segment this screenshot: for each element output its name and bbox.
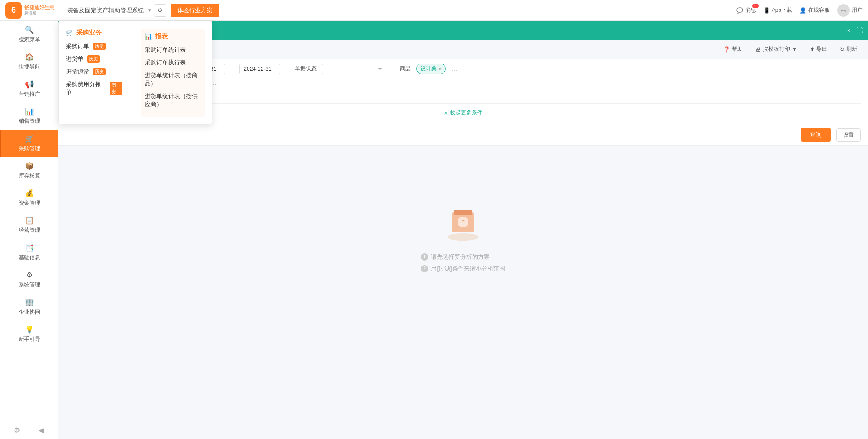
menu-item-purchase-order[interactable]: 采购订单 历史	[66, 42, 122, 50]
sidebar-item-sales[interactable]: 📊 销售管理	[0, 103, 58, 130]
logo-text: 畅捷通好生意	[24, 4, 54, 10]
refresh-icon: ↻	[840, 46, 844, 53]
export-button[interactable]: ⬆ 导出	[806, 44, 831, 55]
date-to-input[interactable]	[239, 64, 280, 74]
tab-right-buttons: × ⛶	[845, 25, 868, 36]
tip-text-1: 请先选择要分析的方案	[431, 251, 490, 263]
app-label: App下载	[772, 6, 792, 14]
sidebar-settings-button[interactable]: ⚙	[14, 426, 20, 434]
basic-info-icon: 📑	[25, 243, 34, 252]
sidebar-label-inventory: 库存核算	[19, 172, 40, 180]
sidebar-item-quick-nav[interactable]: 🏠 快捷导航	[0, 48, 58, 75]
sidebar-item-basic-info[interactable]: 📑 基础信息	[0, 239, 58, 266]
system-icon: ⚙	[26, 271, 33, 279]
sidebar-label-enterprise: 企业协同	[19, 308, 40, 316]
report-section-title: 📊 报表	[145, 32, 201, 40]
empty-state: ? 1 请先选择要分析的方案 2 用[过滤]条件来缩小分析范围	[58, 146, 868, 327]
goods-return-label: 进货退货	[66, 68, 89, 76]
search-icon: 🔍	[25, 25, 34, 34]
settings-button[interactable]: 设置	[836, 128, 861, 142]
finance-icon: 💰	[25, 189, 34, 197]
report-section: 📊 报表 采购订单统计表 采购订单执行表 进货单统计表（按商品） 进货单统计表（…	[141, 29, 205, 117]
goods-receipt-history[interactable]: 历史	[87, 55, 100, 63]
refresh-button[interactable]: ↻ 刷新	[836, 44, 861, 55]
sidebar-label-system: 系统管理	[19, 281, 40, 289]
industry-button[interactable]: 体验行业方案	[171, 4, 219, 17]
sidebar-item-purchase[interactable]: 🛒 采购管理	[0, 130, 58, 157]
product-tag-close[interactable]: ×	[439, 66, 442, 72]
sidebar-label-marketing: 营销推广	[19, 90, 40, 98]
message-icon: 💬	[736, 7, 743, 14]
goods-stats-product-label: 进货单统计表（按商品）	[145, 71, 201, 88]
tip-num-1: 1	[421, 253, 428, 261]
goods-stats-supplier-label: 进货单统计表（按供应商）	[145, 92, 201, 109]
menu-item-goods-stats-by-supplier[interactable]: 进货单统计表（按供应商）	[145, 92, 201, 109]
logo-sub: 标准版	[24, 10, 54, 16]
sidebar-collapse-button[interactable]: ◀	[39, 426, 44, 434]
sidebar-label-sales: 销售管理	[19, 118, 40, 125]
menu-item-purchase-order-stats[interactable]: 采购订单统计表	[145, 46, 201, 54]
enterprise-icon: 🏢	[25, 298, 34, 306]
purchase-order-exec-label: 采购订单执行表	[145, 59, 186, 67]
product-tag[interactable]: 设计桑 ×	[416, 64, 446, 74]
purchase-section: 🛒 采购业务 采购订单 历史 进货单 历史 进货退货 历史 采购费用分摊单 历史	[66, 29, 122, 117]
user-label: 用户	[852, 6, 863, 14]
app-download-button[interactable]: 📱 App下载	[763, 6, 792, 14]
sales-icon: 📊	[25, 107, 34, 116]
sidebar-label-search: 搜索菜单	[19, 36, 40, 44]
purchase-expense-history[interactable]: 历史	[110, 82, 122, 95]
date-separator: ~	[231, 65, 234, 72]
sidebar-item-search[interactable]: 🔍 搜索菜单	[0, 21, 58, 48]
message-button[interactable]: 💬 消息 9	[736, 6, 756, 14]
sidebar-item-enterprise[interactable]: 🏢 企业协同	[0, 293, 58, 321]
goods-receipt-label: 进货单	[66, 55, 83, 63]
purchase-section-title: 🛒 采购业务	[66, 29, 122, 37]
menu-item-purchase-order-exec[interactable]: 采购订单执行表	[145, 59, 201, 67]
collapse-filter-button[interactable]: ∧ 收起更多条件	[444, 106, 483, 119]
print-icon: 🖨	[756, 46, 761, 53]
sidebar-label-quick-nav: 快捷导航	[19, 63, 40, 71]
service-label: 在线客服	[808, 6, 830, 14]
sidebar-label-operations: 经营管理	[19, 227, 40, 234]
print-button[interactable]: 🖨 按模板打印 ▼	[752, 44, 801, 55]
system-dropdown-icon[interactable]: ▼	[147, 8, 152, 13]
menu-item-goods-stats-by-product[interactable]: 进货单统计表（按商品）	[145, 71, 201, 88]
empty-tip-2: 2 用[过滤]条件来缩小分析范围	[421, 263, 505, 275]
fullscreen-button[interactable]: ⛶	[854, 25, 864, 36]
purchase-order-history[interactable]: 历史	[93, 43, 106, 50]
query-button[interactable]: 查询	[801, 128, 831, 142]
empty-tip-1: 1 请先选择要分析的方案	[421, 251, 505, 263]
sidebar-item-marketing[interactable]: 📢 营销推广	[0, 75, 58, 103]
sidebar-item-inventory[interactable]: 📦 库存核算	[0, 157, 58, 184]
gear-button[interactable]: ⚙	[154, 4, 166, 17]
close-all-tabs-button[interactable]: ×	[845, 25, 853, 36]
purchase-dropdown-menu: 🛒 采购业务 采购订单 历史 进货单 历史 进货退货 历史 采购费用分摊单 历史	[58, 21, 212, 124]
svg-rect-2	[454, 210, 472, 215]
menu-item-goods-receipt[interactable]: 进货单 历史	[66, 55, 122, 63]
empty-tips: 1 请先选择要分析的方案 2 用[过滤]条件来缩小分析范围	[421, 251, 505, 275]
system-title-text: 装备及固定资产辅助管理系统	[67, 6, 144, 15]
purchase-order-stats-label: 采购订单统计表	[145, 46, 186, 54]
sidebar-item-finance[interactable]: 💰 资金管理	[0, 184, 58, 212]
user-button[interactable]: Ea 用户	[837, 4, 863, 17]
online-service-button[interactable]: 👤 在线客服	[800, 6, 830, 14]
svg-text:?: ?	[461, 218, 465, 226]
sidebar-item-system[interactable]: ⚙ 系统管理	[0, 266, 58, 293]
doc-status-select[interactable]	[322, 64, 385, 74]
newbie-icon: 💡	[25, 325, 34, 334]
menu-item-goods-return[interactable]: 进货退货 历史	[66, 68, 122, 76]
sidebar-item-newbie[interactable]: 💡 新手引导	[0, 321, 58, 348]
help-button[interactable]: ❓ 帮助	[720, 44, 746, 55]
message-badge: 9	[752, 4, 759, 8]
product-tag-text: 设计桑	[420, 65, 437, 73]
collapse-up-icon: ∧	[444, 110, 448, 116]
goods-return-history[interactable]: 历史	[93, 68, 106, 75]
sidebar-bottom: ⚙ ◀	[0, 421, 58, 439]
menu-item-purchase-expense[interactable]: 采购费用分摊单 历史	[66, 80, 122, 97]
sidebar-item-operations[interactable]: 📋 经营管理	[0, 212, 58, 239]
service-icon: 👤	[800, 7, 806, 14]
collapse-label: 收起更多条件	[450, 109, 483, 117]
product-more-dots[interactable]: ...	[451, 65, 457, 73]
sidebar-label-newbie: 新手引导	[19, 335, 40, 343]
sidebar-label-basic-info: 基础信息	[19, 254, 40, 261]
